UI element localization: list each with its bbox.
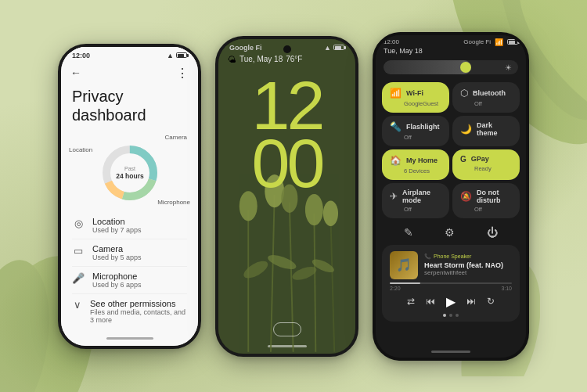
location-name: Location [92,217,142,226]
qs-status-icons: Google Fi 📶 [463,38,518,46]
media-top: 🎵 📞 Phone Speaker Heart Storm (feat. NAO… [390,251,512,279]
qs-dnd-name: Do not disturb [477,189,512,204]
wifi-signal-icon: 📶 [495,38,503,46]
prev-button[interactable]: ⏮ [426,296,435,307]
qs-tile-bluetooth[interactable]: ⬡ Bluetooth Off [452,82,520,113]
microphone-sub: Used by 6 apps [92,281,142,289]
signal-icon-left: ▲ [167,52,174,59]
privacy-list: ◎ Location Used by 7 apps ▭ Camera Used … [61,209,198,332]
qs-tile-dnd[interactable]: 🔕 Do not disturb Off [452,183,520,218]
qs-tile-myhome[interactable]: 🏠 My Home 6 Devices [382,149,449,180]
qs-myhome-name: My Home [406,156,438,164]
chevron-down-icon: ∨ [72,299,82,311]
qs-tiles-grid: 📶 Wi-Fi GoogleGuest ⬡ Bluetooth Off [376,79,526,221]
next-button[interactable]: ⏭ [466,296,476,307]
clock-screen: Google Fi ▲ 🌤 Tue, May 18 76°F [218,39,355,354]
privacy-title: Privacy dashboard [61,84,198,131]
qs-tile-airplane[interactable]: ✈ Airplane mode Off [382,183,449,218]
settings-icon[interactable]: ⚙ [445,226,455,239]
brightness-fill [384,60,471,74]
qs-airplane-sub: Off [404,206,441,213]
brightness-track[interactable]: ☀ [384,60,518,74]
qs-tile-airplane-top: ✈ Airplane mode [390,189,441,204]
qs-gpay-sub: Ready [474,165,512,172]
status-time-left: 12:00 [72,52,90,59]
brightness-control: ☀ [376,59,526,79]
repeat-button[interactable]: ↻ [487,296,495,307]
dnd-icon: 🔕 [460,191,472,202]
home-indicator-left [106,337,153,340]
media-app-name: Phone Speaker [434,254,471,259]
see-perms-text: See other permissions Files and media, c… [90,299,187,324]
qs-app-name: Google Fi [463,38,491,45]
back-button[interactable]: ← [70,67,81,79]
status-bar-left: 12:00 ▲ [61,47,198,61]
qs-wifi-sub: GoogleGuest [404,100,441,107]
qs-flashlight-sub: Off [404,134,441,141]
privacy-item-location[interactable]: ◎ Location Used by 7 apps [72,212,187,239]
qs-tile-flashlight[interactable]: 🔦 Flashlight Off [382,116,449,146]
privacy-item-microphone[interactable]: 🎤 Microphone Used by 6 apps [72,267,187,294]
progress-fill [390,282,420,284]
edit-icon[interactable]: ✎ [404,226,413,239]
signal-icon-center: ▲ [324,44,331,52]
media-page-dots [390,314,512,317]
media-info: 📞 Phone Speaker Heart Storm (feat. NAO) … [424,254,512,277]
qs-tile-myhome-top: 🏠 My Home [390,155,441,166]
weather-icon: 🌤 [228,55,236,64]
svg-text:Past: Past [124,166,135,171]
play-button[interactable]: ▶ [446,294,456,309]
media-player: 🎵 📞 Phone Speaker Heart Storm (feat. NAO… [382,245,520,322]
progress-times: 2:20 3:10 [390,286,512,291]
svg-line-16 [330,218,334,352]
qs-wifi-name: Wi-Fi [406,89,423,97]
clock-date: Tue, May 18 [239,55,283,63]
see-other-permissions[interactable]: ∨ See other permissions Files and media,… [72,294,187,329]
media-dot-2 [449,314,452,317]
donut-chart-area: Past 24 hours Camera Location Microphone [61,131,198,209]
phones-container: 12:00 ▲ ← ⋮ Privacy dashboard [58,32,529,361]
privacy-item-camera[interactable]: ▭ Camera Used by 5 apps [72,239,187,267]
svg-point-4 [0,254,61,392]
shuffle-button[interactable]: ⇄ [407,296,415,307]
svg-line-15 [314,214,315,352]
qs-tile-bluetooth-top: ⬡ Bluetooth [460,88,512,99]
punch-hole [283,45,291,53]
power-icon[interactable]: ⏻ [487,226,498,239]
brightness-icon: ☀ [505,63,512,71]
home-icon: 🏠 [390,155,402,166]
bluetooth-icon: ⬡ [460,88,468,99]
qs-tile-gpay[interactable]: G GPay Ready [452,149,520,180]
battery-icon-center [333,45,344,50]
qs-bluetooth-sub: Off [474,100,512,107]
battery-icon-left [176,52,187,58]
donut-svg: Past 24 hours [87,134,173,204]
microphone-name: Microphone [92,272,142,281]
airplane-icon: ✈ [390,191,398,202]
qs-icon-row: ✎ ⚙ ⏻ [376,223,526,242]
flashlight-icon: 🔦 [390,121,402,132]
more-button[interactable]: ⋮ [176,66,189,81]
privacy-screen: 12:00 ▲ ← ⋮ Privacy dashboard [61,47,198,346]
qs-tile-wifi-top: 📶 Wi-Fi [390,88,441,99]
qs-dnd-sub: Off [474,206,512,213]
location-label: Location [69,146,92,153]
svg-point-23 [266,252,298,272]
qs-tile-darktheme[interactable]: 🌙 Dark theme [452,116,520,146]
clock-temp: 76°F [286,55,302,63]
location-text: Location Used by 7 apps [92,217,142,234]
media-dot-3 [456,314,459,317]
svg-point-22 [241,258,270,282]
qs-date: Tue, May 18 [384,46,518,57]
big-clock: 12 00 [218,69,355,194]
app-name-center: Google Fi [229,44,262,52]
qs-tile-wifi[interactable]: 📶 Wi-Fi GoogleGuest [382,82,449,113]
privacy-topbar: ← ⋮ [61,61,198,84]
qs-tile-gpay-top: G GPay [460,155,512,164]
camera-sub: Used by 5 apps [92,254,142,261]
qs-screen: 12:00 Google Fi 📶 Tue, May 18 ☀ [376,35,526,358]
progress-track[interactable] [390,282,512,284]
qs-time: 12:00 [384,38,399,45]
location-sub: Used by 7 apps [92,226,142,234]
home-pill[interactable] [273,322,301,336]
